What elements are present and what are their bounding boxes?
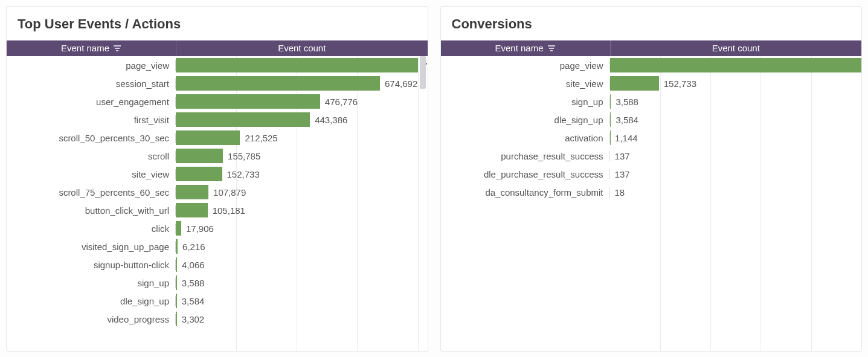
event-name: scroll <box>7 151 176 161</box>
svg-rect-5 <box>550 50 553 51</box>
table-row[interactable]: purchase_result_success137 <box>441 147 862 165</box>
event-bar <box>176 239 178 254</box>
event-bar <box>176 58 418 72</box>
table-row[interactable]: visited_sign_up_page6,216 <box>7 237 428 256</box>
column-header-event-name[interactable]: Event name <box>7 40 176 56</box>
table-row[interactable]: click17,906 <box>7 219 428 237</box>
event-bar-cell: 152,733 <box>176 165 428 183</box>
table-row[interactable]: button_click_with_url105,181 <box>7 201 428 219</box>
svg-rect-0 <box>114 45 121 47</box>
table-row[interactable]: scroll_50_percents_30_sec212,525 <box>7 129 428 147</box>
dashboard: Top User Events / ActionsEvent nameEvent… <box>0 0 868 357</box>
table-row[interactable]: dle_sign_up3,584 <box>441 111 862 129</box>
filter-icon <box>113 44 121 53</box>
event-count-label: 3,588 <box>179 274 205 292</box>
event-count-label: 4,066 <box>179 256 205 274</box>
column-header-event-count[interactable]: Event count <box>611 40 862 56</box>
table-row[interactable]: sign_up3,588 <box>7 274 428 292</box>
event-name: activation <box>441 133 610 143</box>
table-header: Event nameEvent count <box>441 40 862 56</box>
event-count-label: 152,733 <box>661 74 696 92</box>
table-row[interactable]: signup-button-click4,066 <box>7 256 428 274</box>
event-bar <box>176 149 223 163</box>
event-bar <box>176 203 208 217</box>
event-count-label: 476,776 <box>323 92 358 111</box>
event-bar <box>610 58 862 72</box>
table-row[interactable]: sign_up3,588 <box>441 92 862 111</box>
svg-rect-1 <box>115 48 120 49</box>
table-row[interactable]: page_view799,404 <box>7 56 428 74</box>
column-header-event-count[interactable]: Event count <box>176 40 428 56</box>
event-count-label: 674,692 <box>382 74 417 92</box>
event-bar <box>176 112 310 127</box>
panel-title: Top User Events / Actions <box>7 7 428 40</box>
event-bar-cell: 3,588 <box>176 274 428 292</box>
column-header-event-name[interactable]: Event name <box>441 40 611 56</box>
event-count-label: 137 <box>612 147 630 165</box>
event-name: session_start <box>7 79 176 89</box>
event-count-label: 137 <box>612 165 630 183</box>
event-count-label: 3,588 <box>613 92 638 111</box>
event-bar-cell: 137 <box>610 147 862 165</box>
table-header: Event nameEvent count <box>7 40 428 56</box>
table-row[interactable]: site_view152,733 <box>441 74 862 92</box>
event-count-label: 155,785 <box>225 147 260 165</box>
event-bar-cell: 107,879 <box>176 183 428 201</box>
event-bar-cell: 782,873 <box>610 56 862 74</box>
rows: page_view782,873site_view152,733sign_up3… <box>441 56 862 201</box>
table-row[interactable]: site_view152,733 <box>7 165 428 183</box>
event-bar-cell: 17,906 <box>176 219 428 237</box>
event-bar <box>176 312 177 326</box>
event-bar <box>610 130 611 145</box>
column-header-label: Event count <box>712 43 760 53</box>
event-count-label: 212,525 <box>242 129 277 147</box>
event-name: scroll_50_percents_30_sec <box>7 133 176 143</box>
event-bar <box>176 167 222 181</box>
event-name: purchase_result_success <box>441 151 610 161</box>
event-bar-cell: 105,181 <box>176 201 428 219</box>
event-count-label: 1,144 <box>612 129 638 147</box>
event-count-label: 105,181 <box>210 201 245 219</box>
event-name: first_visit <box>7 115 176 125</box>
event-count-label: 3,302 <box>179 310 205 328</box>
event-name: scroll_75_percents_60_sec <box>7 187 176 198</box>
column-header-label: Event count <box>278 43 326 53</box>
table-row[interactable]: activation1,144 <box>441 129 862 147</box>
event-bar-cell: 137 <box>610 165 862 183</box>
event-name: page_view <box>7 60 176 71</box>
event-name: site_view <box>7 169 176 179</box>
column-header-label: Event name <box>495 40 543 56</box>
table-row[interactable]: page_view782,873 <box>441 56 862 74</box>
event-count-label: 6,216 <box>180 237 205 256</box>
panel-title: Conversions <box>441 7 862 40</box>
event-count-label: 107,879 <box>211 183 246 201</box>
event-bar <box>610 76 659 91</box>
event-name: button_click_with_url <box>7 205 176 216</box>
event-bar-cell: 4,066 <box>176 256 428 274</box>
column-header-label: Event name <box>61 40 109 56</box>
table-row[interactable]: scroll_75_percents_60_sec107,879 <box>7 183 428 201</box>
table-row[interactable]: scroll155,785 <box>7 147 428 165</box>
event-bar-cell: 212,525 <box>176 129 428 147</box>
event-bar <box>176 275 177 290</box>
table-row[interactable]: dle_purchase_result_success137 <box>441 165 862 183</box>
table-row[interactable]: first_visit443,386 <box>7 111 428 129</box>
event-count-label: 17,906 <box>184 219 214 237</box>
table-row[interactable]: user_engagement476,776 <box>7 92 428 111</box>
event-name: dle_sign_up <box>441 115 610 125</box>
event-bar-cell: 3,588 <box>610 92 862 111</box>
event-name: dle_purchase_result_success <box>441 169 610 179</box>
table-row[interactable]: dle_sign_up3,584 <box>7 292 428 310</box>
scrollbar[interactable] <box>419 56 427 351</box>
table-row[interactable]: da_consultancy_form_submit18 <box>441 183 862 201</box>
event-name: sign_up <box>441 97 610 107</box>
table-row[interactable]: video_progress3,302 <box>7 310 428 328</box>
event-bar <box>176 257 177 272</box>
panel-top-events: Top User Events / ActionsEvent nameEvent… <box>6 6 428 352</box>
event-name: da_consultancy_form_submit <box>441 187 610 198</box>
table-row[interactable]: session_start674,692 <box>7 74 428 92</box>
event-bar <box>176 76 380 91</box>
scroll-thumb[interactable] <box>420 56 426 89</box>
event-bar <box>176 130 240 145</box>
event-name: visited_sign_up_page <box>7 242 176 252</box>
